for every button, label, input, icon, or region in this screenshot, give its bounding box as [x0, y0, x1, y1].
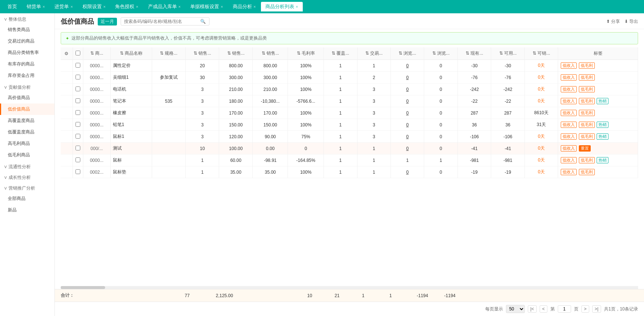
- cell-browse1[interactable]: 0: [390, 95, 424, 107]
- sidebar-item-low-gross[interactable]: 低毛利商品: [0, 149, 54, 161]
- next-page-button[interactable]: >: [581, 305, 589, 313]
- col-stock2[interactable]: ⇅ 可用...: [491, 47, 524, 60]
- nav-sales-order[interactable]: 销货单 ×: [22, 2, 49, 11]
- first-page-button[interactable]: |<: [528, 305, 537, 313]
- row-checkbox[interactable]: [76, 134, 80, 139]
- share-button[interactable]: ⬆ 分享: [606, 18, 620, 25]
- close-icon[interactable]: ×: [43, 4, 45, 9]
- nav-role-auth[interactable]: 角色授权 ×: [111, 2, 142, 11]
- col-tags[interactable]: 标签: [558, 47, 638, 60]
- browse-link[interactable]: 0: [406, 146, 409, 151]
- close-icon[interactable]: ×: [70, 4, 73, 9]
- row-checkbox[interactable]: [76, 146, 80, 150]
- cell-browse1[interactable]: 0: [390, 143, 424, 154]
- cell-checkbox[interactable]: [73, 154, 83, 166]
- sidebar-item-stock-products[interactable]: 有库存的商品: [0, 58, 54, 70]
- cell-checkbox[interactable]: [73, 143, 83, 154]
- cell-browse1[interactable]: 0: [390, 166, 424, 178]
- browse-link[interactable]: 0: [406, 75, 409, 80]
- cell-browse1[interactable]: 0: [390, 84, 424, 95]
- col-browse1[interactable]: ⇅ 浏览...: [390, 47, 424, 60]
- nav-product-entry[interactable]: 产成品入库单 ×: [144, 2, 185, 11]
- close-icon[interactable]: ×: [136, 4, 138, 9]
- nav-product-analysis-list[interactable]: 商品分析列表 ×: [261, 2, 302, 11]
- sidebar-item-low-value[interactable]: 低价值商品: [0, 103, 54, 115]
- col-browse2[interactable]: ⇅ 浏览...: [424, 47, 457, 60]
- cell-checkbox[interactable]: [73, 95, 83, 107]
- nav-template-settings[interactable]: 单据模板设置 ×: [186, 2, 227, 11]
- browse-link[interactable]: 0: [406, 63, 409, 68]
- cell-browse1[interactable]: 0: [390, 60, 424, 72]
- sidebar-group-marketing[interactable]: ∨ 营销推广分析: [0, 182, 54, 193]
- browse-link[interactable]: 0: [406, 122, 409, 128]
- cell-checkbox[interactable]: [73, 84, 83, 95]
- search-input[interactable]: [124, 19, 198, 24]
- col-gross-rate[interactable]: ⇅ 毛利率: [288, 47, 324, 60]
- browse-link[interactable]: 0: [406, 170, 409, 175]
- sidebar-item-low-coverage[interactable]: 低覆盖度商品: [0, 126, 54, 138]
- row-checkbox[interactable]: [76, 122, 80, 127]
- sidebar-group-overview[interactable]: ∨ 整体信息: [0, 13, 54, 24]
- sidebar-item-high-gross[interactable]: 高毛利商品: [0, 138, 54, 149]
- row-checkbox[interactable]: [76, 63, 80, 68]
- select-all-checkbox[interactable]: [76, 51, 80, 55]
- col-sales1[interactable]: ⇅ 销售...: [185, 47, 219, 60]
- col-spec[interactable]: ⇅ 规格...: [152, 47, 185, 60]
- close-icon[interactable]: ×: [178, 4, 181, 9]
- close-icon[interactable]: ×: [103, 4, 105, 9]
- browse-link[interactable]: 0: [406, 111, 409, 116]
- col-stock3[interactable]: ⇅ 可销...: [524, 47, 558, 60]
- sidebar-item-all-products[interactable]: 全部商品: [0, 193, 54, 204]
- sidebar-item-sales-products[interactable]: 销售类商品: [0, 24, 54, 35]
- horizontal-scrollbar[interactable]: [61, 286, 638, 289]
- row-checkbox[interactable]: [76, 169, 80, 174]
- sidebar-item-category-sales-rate[interactable]: 商品分类销售率: [0, 47, 54, 58]
- filter-tag-recent-month[interactable]: 近一月: [98, 18, 117, 26]
- close-icon[interactable]: ×: [221, 4, 223, 9]
- close-icon[interactable]: ×: [296, 4, 298, 9]
- prev-page-button[interactable]: <: [540, 305, 547, 313]
- browse-link[interactable]: 0: [406, 134, 409, 139]
- cell-checkbox[interactable]: [73, 60, 83, 72]
- export-button[interactable]: ⬇ 导出: [624, 18, 638, 25]
- page-size-select[interactable]: 50 100 200: [506, 305, 525, 313]
- col-code[interactable]: ⇅ 商...: [83, 47, 111, 60]
- sidebar-item-high-coverage[interactable]: 高覆盖度商品: [0, 115, 54, 126]
- sidebar-item-traded-products[interactable]: 交易过的商品: [0, 35, 54, 47]
- cell-checkbox[interactable]: [73, 119, 83, 131]
- browse-link[interactable]: 0: [406, 99, 409, 104]
- cell-browse1[interactable]: 0: [390, 72, 424, 84]
- row-checkbox[interactable]: [76, 157, 80, 162]
- sidebar-item-new-products[interactable]: 新品: [0, 204, 54, 216]
- nav-product-analysis[interactable]: 商品分析 ×: [228, 2, 260, 11]
- row-checkbox[interactable]: [76, 75, 80, 79]
- row-checkbox[interactable]: [76, 110, 80, 115]
- cell-checkbox[interactable]: [73, 72, 83, 84]
- nav-home[interactable]: 首页: [3, 2, 21, 11]
- sidebar-item-stock-capital[interactable]: 库存资金占用: [0, 70, 54, 81]
- close-icon[interactable]: ×: [254, 4, 256, 9]
- cell-checkbox[interactable]: [73, 166, 83, 178]
- cell-browse1[interactable]: 0: [390, 131, 424, 143]
- cell-checkbox[interactable]: [73, 131, 83, 143]
- sidebar-group-circulation[interactable]: ∨ 流通性分析: [0, 161, 54, 171]
- sidebar-group-contribution[interactable]: ∨ 贡献值分析: [0, 81, 54, 92]
- sidebar-group-growth[interactable]: ∨ 成长性分析: [0, 171, 54, 182]
- col-name[interactable]: ⇅ 商品名称: [111, 47, 152, 60]
- col-stock1[interactable]: ⇅ 现有...: [457, 47, 491, 60]
- cell-checkbox[interactable]: [73, 107, 83, 119]
- col-sales2[interactable]: ⇅ 销售...: [219, 47, 252, 60]
- col-sales3[interactable]: ⇅ 销售...: [252, 47, 288, 60]
- last-page-button[interactable]: >|: [592, 305, 601, 313]
- current-page-input[interactable]: [558, 305, 571, 313]
- nav-purchase-order[interactable]: 进货单 ×: [50, 2, 77, 11]
- cell-browse1[interactable]: 0: [390, 119, 424, 131]
- search-icon[interactable]: 🔍: [200, 19, 206, 24]
- row-checkbox[interactable]: [76, 98, 80, 103]
- sidebar-item-high-value[interactable]: 高价值商品: [0, 92, 54, 103]
- browse-link[interactable]: 0: [406, 87, 409, 92]
- col-settings[interactable]: ⚙: [61, 47, 73, 60]
- col-trade[interactable]: ⇅ 交易...: [357, 47, 390, 60]
- cell-browse1[interactable]: 0: [390, 107, 424, 119]
- col-checkbox[interactable]: [73, 47, 83, 60]
